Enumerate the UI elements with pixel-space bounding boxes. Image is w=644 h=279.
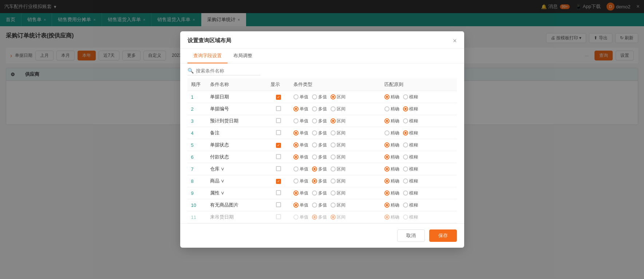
dialog-header: 设置查询区域布局 × — [180, 31, 464, 49]
row-show-checkbox[interactable] — [267, 127, 290, 139]
save-button[interactable]: 保存 — [429, 229, 457, 242]
row-show-checkbox[interactable] — [267, 199, 290, 211]
row-show-checkbox[interactable] — [267, 175, 290, 187]
row-order: 2 — [187, 103, 206, 115]
dialog-close-button[interactable]: × — [453, 38, 457, 44]
search-icon: 🔍 — [187, 68, 194, 74]
row-match[interactable]: 精确模糊 — [381, 91, 457, 103]
settings-dialog: 设置查询区域布局 × 查询字段设置 布局调整 🔍 顺序 — [180, 31, 464, 248]
row-order: 10 — [187, 199, 206, 211]
row-order: 9 — [187, 187, 206, 199]
row-show-checkbox[interactable] — [267, 211, 290, 223]
th-show: 显示 — [267, 78, 290, 91]
row-type[interactable]: 单值多值区间 — [290, 175, 381, 187]
dialog-tabs: 查询字段设置 布局调整 — [180, 49, 464, 63]
row-order: 1 — [187, 91, 206, 103]
row-type[interactable]: 单值多值区间 — [290, 163, 381, 175]
dialog-overlay: 设置查询区域布局 × 查询字段设置 布局调整 🔍 顺序 — [0, 0, 644, 279]
row-name: 备注 — [206, 127, 267, 139]
row-match[interactable]: 精确模糊 — [381, 175, 457, 187]
row-type[interactable]: 单值多值区间 — [290, 103, 381, 115]
row-show-checkbox[interactable] — [267, 115, 290, 127]
th-match: 匹配原则 — [381, 78, 457, 91]
th-order: 顺序 — [187, 78, 206, 91]
row-match[interactable]: 精确模糊 — [381, 187, 457, 199]
dialog-footer: 取消 保存 — [180, 223, 464, 248]
row-name: 商品 ∨ — [206, 175, 267, 187]
row-type[interactable]: 单值多值区间 — [290, 139, 381, 151]
dialog-body: 顺序 条件名称 显示 条件类型 匹配原则 1单据日期单值多值区间精确模糊2单据编… — [180, 78, 464, 223]
row-show-checkbox[interactable] — [267, 139, 290, 151]
row-match[interactable]: 精确模糊 — [381, 103, 457, 115]
row-order: 4 — [187, 127, 206, 139]
row-order: 8 — [187, 175, 206, 187]
row-type[interactable]: 单值多值区间 — [290, 127, 381, 139]
dialog-tab-fields[interactable]: 查询字段设置 — [187, 49, 228, 63]
row-type[interactable]: 单值多值区间 — [290, 115, 381, 127]
row-type[interactable]: 单值多值区间 — [290, 151, 381, 163]
row-name: 单据日期 — [206, 91, 267, 103]
fields-table: 顺序 条件名称 显示 条件类型 匹配原则 1单据日期单值多值区间精确模糊2单据编… — [187, 78, 457, 223]
row-show-checkbox[interactable] — [267, 151, 290, 163]
th-name: 条件名称 — [206, 78, 267, 91]
row-order: 11 — [187, 211, 206, 223]
th-type: 条件类型 — [290, 78, 381, 91]
row-type[interactable]: 单值多值区间 — [290, 187, 381, 199]
row-name: 单据状态 — [206, 139, 267, 151]
cancel-button[interactable]: 取消 — [397, 229, 425, 242]
row-name: 仓库 ∨ — [206, 163, 267, 175]
row-name: 来吊货日期 — [206, 211, 267, 223]
row-match[interactable]: 精确模糊 — [381, 151, 457, 163]
row-match[interactable]: 精确模糊 — [381, 115, 457, 127]
row-match[interactable]: 精确模糊 — [381, 139, 457, 151]
row-show-checkbox[interactable] — [267, 103, 290, 115]
search-input[interactable] — [196, 68, 254, 74]
row-match[interactable]: 精确模糊 — [381, 199, 457, 211]
row-type[interactable]: 单值多值区间 — [290, 211, 381, 223]
row-match[interactable]: 精确模糊 — [381, 211, 457, 223]
row-order: 3 — [187, 115, 206, 127]
row-order: 6 — [187, 151, 206, 163]
search-box: 🔍 — [187, 68, 260, 75]
row-name: 预计到货日期 — [206, 115, 267, 127]
row-type[interactable]: 单值多值区间 — [290, 91, 381, 103]
row-order: 5 — [187, 139, 206, 151]
row-match[interactable]: 精确模糊 — [381, 127, 457, 139]
dialog-title: 设置查询区域布局 — [187, 37, 231, 44]
row-type[interactable]: 单值多值区间 — [290, 199, 381, 211]
row-show-checkbox[interactable] — [267, 163, 290, 175]
row-name: 属性 ∨ — [206, 187, 267, 199]
dialog-search-area: 🔍 — [180, 63, 464, 78]
row-show-checkbox[interactable] — [267, 187, 290, 199]
row-order: 7 — [187, 163, 206, 175]
dialog-tab-layout[interactable]: 布局调整 — [228, 49, 258, 63]
row-name: 付款状态 — [206, 151, 267, 163]
row-match[interactable]: 精确模糊 — [381, 163, 457, 175]
row-name: 单据编号 — [206, 103, 267, 115]
row-show-checkbox[interactable] — [267, 91, 290, 103]
row-name: 有无商品图片 — [206, 199, 267, 211]
